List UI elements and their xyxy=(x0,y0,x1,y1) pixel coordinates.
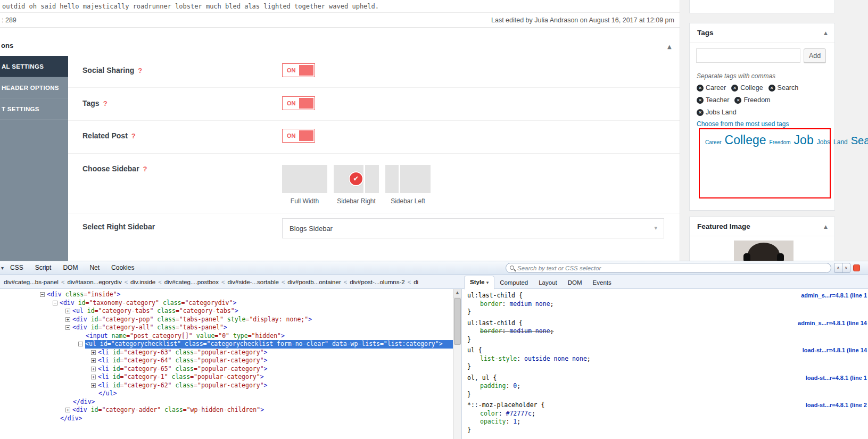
tree-node[interactable]: </div> xyxy=(0,398,453,407)
tree-node[interactable]: </div> xyxy=(0,415,453,423)
css-source-link[interactable]: load-st...r=4.8.1 (line 1 xyxy=(806,374,867,383)
remove-tag-icon[interactable]: ✕ xyxy=(731,85,738,92)
tree-node[interactable]: +<li id="category-62" class="popular-cat… xyxy=(0,382,453,390)
tree-node[interactable]: +<div id="category-pop" class="tabs-pane… xyxy=(0,316,453,324)
tree-node-text[interactable]: </ul> xyxy=(98,390,453,398)
expander-icon[interactable]: − xyxy=(53,301,57,305)
tag-cloud-item[interactable]: Jobs xyxy=(817,138,830,146)
tree-node-text[interactable]: <li id="category-62" class="popular-cate… xyxy=(98,382,453,390)
tag-cloud-item[interactable]: Freedom xyxy=(770,139,791,145)
firebug-tab-net[interactable]: Net xyxy=(84,261,105,275)
panel-caret-icon[interactable]: ▾ xyxy=(1,265,4,271)
side-tab-layout[interactable]: Layout xyxy=(533,276,563,289)
css-source-link[interactable]: admin_s...r=4.8.1 (line 14 xyxy=(798,319,867,328)
options-tab-t-settings[interactable]: T SETTINGS xyxy=(0,98,68,120)
expander-icon[interactable]: + xyxy=(65,309,70,313)
tree-node-text[interactable]: <li id="category-1" class="popular-categ… xyxy=(98,373,453,382)
tag-cloud-item[interactable]: College xyxy=(725,133,766,147)
tree-node-text[interactable]: <div id="category-adder" class="wp-hidde… xyxy=(72,406,453,415)
featured-image-header[interactable]: Featured Image ▲ xyxy=(690,217,834,236)
add-tag-button[interactable]: Add xyxy=(804,48,826,63)
layout-option-sidebar-left[interactable] xyxy=(385,165,431,193)
tree-node-text[interactable]: <div id="category-all" class="tabs-panel… xyxy=(72,324,453,332)
tree-node-text[interactable]: <div id="category-pop" class="tabs-panel… xyxy=(72,316,453,324)
css-property[interactable]: color: #72777c; xyxy=(467,410,868,418)
css-source-link[interactable]: load-st...r=4.8.1 (line 14 xyxy=(803,346,867,355)
breadcrumb-item[interactable]: div.inside xyxy=(130,279,155,285)
options-collapse-icon[interactable]: ▲ xyxy=(667,44,672,49)
breadcrumb-item[interactable]: div#side-...sortable xyxy=(227,279,279,285)
related-post-toggle[interactable]: ON xyxy=(282,129,315,143)
breadcrumb-item[interactable]: div#post-...olumns-2 xyxy=(350,279,405,285)
tree-node[interactable]: −<ul id="categorychecklist" class="categ… xyxy=(0,340,453,349)
remove-tag-icon[interactable]: ✕ xyxy=(697,85,704,92)
remove-tag-icon[interactable]: ✕ xyxy=(734,97,741,104)
css-source-link[interactable]: load-st...r=4.8.1 (line 2 xyxy=(806,401,867,410)
options-tab-al-settings[interactable]: AL SETTINGS xyxy=(0,56,68,77)
search-prev-button[interactable]: ∧ xyxy=(834,263,842,273)
search-input[interactable] xyxy=(517,264,821,272)
expander-icon[interactable]: + xyxy=(91,375,96,379)
expander-icon[interactable]: + xyxy=(91,358,96,363)
tags-toggle[interactable]: ON xyxy=(282,96,315,110)
tree-node-text[interactable]: <ul id="categorychecklist" class="catego… xyxy=(85,340,453,349)
tags-collapse-icon[interactable]: ▲ xyxy=(824,30,828,36)
expander-icon[interactable]: + xyxy=(65,317,70,322)
tree-node-text[interactable]: <li id="category-64" class="popular-cate… xyxy=(98,357,453,365)
most-used-tags-link[interactable]: Choose from the most used tags xyxy=(697,120,789,128)
breadcrumb-item[interactable]: di xyxy=(414,279,418,285)
expander-icon[interactable]: + xyxy=(65,408,70,412)
tree-node-text[interactable]: <div id="taxonomy-category" class="categ… xyxy=(60,299,453,308)
tree-node[interactable]: +<ul id="category-tabs" class="category-… xyxy=(0,307,453,316)
css-property[interactable]: list-style: outside none none; xyxy=(467,355,868,363)
breadcrumb-item[interactable]: div#taxon...egorydiv xyxy=(67,279,121,285)
tag-cloud-item[interactable]: Job xyxy=(794,133,814,147)
side-tab-computed[interactable]: Computed xyxy=(494,276,533,289)
expander-icon[interactable]: + xyxy=(91,367,96,371)
help-icon[interactable]: ? xyxy=(131,132,136,140)
tree-node[interactable]: <input name="post_category[]" value="0" … xyxy=(0,332,453,341)
search-next-button[interactable]: ∨ xyxy=(842,263,850,273)
right-sidebar-select[interactable]: Blogs Sidebar ▾ xyxy=(282,218,664,238)
tree-node-text[interactable]: <li id="category-65" class="popular-cate… xyxy=(98,365,453,374)
tree-node-text[interactable]: </div> xyxy=(73,398,453,407)
expander-icon[interactable]: + xyxy=(91,383,96,388)
expander-icon[interactable]: − xyxy=(40,292,45,297)
tree-node-text[interactable]: </div> xyxy=(60,415,453,423)
firebug-deactivate-button[interactable] xyxy=(853,264,860,271)
tag-cloud-item[interactable]: Land xyxy=(833,138,848,146)
featured-collapse-icon[interactable]: ▲ xyxy=(824,224,828,229)
tree-node-text[interactable]: <input name="post_category[]" value="0" … xyxy=(86,332,453,341)
css-property[interactable]: border: medium none; xyxy=(467,300,868,309)
remove-tag-icon[interactable]: ✕ xyxy=(697,97,704,104)
tree-node[interactable]: +<li id="category-64" class="popular-cat… xyxy=(0,357,453,365)
tree-node[interactable]: +<li id="category-63" class="popular-cat… xyxy=(0,349,453,357)
remove-tag-icon[interactable]: ✕ xyxy=(697,109,704,116)
help-icon[interactable]: ? xyxy=(138,67,142,74)
expander-icon[interactable]: − xyxy=(78,342,83,346)
tree-node[interactable]: +<li id="category-1" class="popular-cate… xyxy=(0,373,453,382)
side-tab-style[interactable]: Style ▾ xyxy=(464,276,494,289)
social-sharing-toggle[interactable]: ON xyxy=(282,63,315,77)
side-tab-events[interactable]: Events xyxy=(588,276,617,289)
tree-node[interactable]: +<div id="category-adder" class="wp-hidd… xyxy=(0,406,453,415)
css-property[interactable]: border: medium none; xyxy=(467,327,868,336)
tree-node[interactable]: −<div id="category-all" class="tabs-pane… xyxy=(0,324,453,332)
dom-tree-scrollbar[interactable]: ▲ xyxy=(453,289,461,439)
remove-tag-icon[interactable]: ✕ xyxy=(768,85,775,92)
tree-node-text[interactable]: <li id="category-63" class="popular-cate… xyxy=(98,349,453,357)
css-source-link[interactable]: admin_s...r=4.8.1 (line 1 xyxy=(801,292,867,300)
options-tab-header-options[interactable]: HEADER OPTIONS xyxy=(0,77,68,98)
firebug-tab-cookies[interactable]: Cookies xyxy=(105,261,140,275)
layout-option-full-width[interactable] xyxy=(282,165,327,193)
help-icon[interactable]: ? xyxy=(143,165,147,173)
firebug-tab-script[interactable]: Script xyxy=(29,261,57,275)
help-icon[interactable]: ? xyxy=(103,100,108,107)
tree-node[interactable]: +<li id="category-65" class="popular-cat… xyxy=(0,365,453,374)
firebug-tab-dom[interactable]: DOM xyxy=(57,261,84,275)
tag-cloud-item[interactable]: Search xyxy=(851,135,868,146)
tree-node[interactable]: </ul> xyxy=(0,390,453,398)
expander-icon[interactable]: − xyxy=(65,325,70,330)
tag-cloud-item[interactable]: Career xyxy=(705,139,722,145)
tree-node-text[interactable]: <div class="inside"> xyxy=(47,291,453,299)
